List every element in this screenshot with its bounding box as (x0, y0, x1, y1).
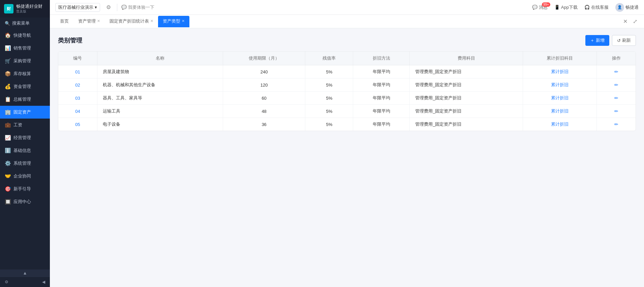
topbar-divider (117, 4, 117, 11)
cell-method: 年限平均 (353, 65, 410, 78)
sidebar-item-zhangzhang[interactable]: 📋 总账管理 (0, 93, 50, 106)
sidebar-item-xiaoshou[interactable]: 📊 销售管理 (0, 42, 50, 55)
refresh-button-label: 刷新 (622, 37, 631, 43)
cell-action[interactable]: ✏ (597, 105, 636, 118)
sidebar-item-gudingzichan[interactable]: 🏢 固定资产 (0, 106, 50, 119)
close-tab-btn[interactable]: ✕ (622, 18, 629, 25)
cell-id: 03 (58, 92, 97, 105)
cell-method: 年限平均 (353, 118, 410, 131)
customer-service-label: 在线客服 (591, 4, 609, 10)
cell-period: 60 (223, 92, 305, 105)
sidebar-item-label: 基础信息 (13, 148, 31, 154)
sidebar-item-kuaijie[interactable]: 🏠 快捷导航 (0, 29, 50, 42)
edit-icon[interactable]: ✏ (614, 95, 618, 101)
customer-service-btn[interactable]: 🎧 在线客服 (584, 4, 609, 10)
table-row: 03 器具、工具、家具等 60 5% 年限平均 管理费用_固定资产折旧 累计折旧… (58, 92, 636, 105)
experience-btn[interactable]: 💬 我要体验一下 (121, 4, 154, 10)
chevron-down-icon: ▾ (95, 5, 97, 10)
collapse-icon[interactable]: ◀ (42, 280, 45, 284)
cell-residual: 5% (305, 65, 353, 78)
refresh-button[interactable]: ↺ 刷新 (612, 35, 636, 46)
sidebar-scroll-up[interactable]: ▲ (0, 269, 50, 277)
tab-asset-mgmt[interactable]: 资产管理 ✕ (73, 15, 105, 28)
tab-asset-type-close[interactable]: ✕ (182, 19, 185, 23)
sidebar-item-yingyong[interactable]: 🔲 应用中心 (0, 195, 50, 208)
avatar: 👤 (615, 3, 624, 12)
tab-depreciation-table-label: 固定资产折旧统计表 (110, 18, 149, 24)
table-row: 04 运输工具 48 5% 年限平均 管理费用_固定资产折旧 累计折旧 ✏ (58, 105, 636, 118)
new-button[interactable]: ＋ 新增 (585, 35, 609, 46)
table-header-row: 编号 名称 使用期限（月） 残值率 折旧方法 费用科目 累计折旧科目 操作 (58, 52, 636, 65)
sidebar-subtitle: 普及版 (16, 9, 42, 14)
cell-acc-subject: 累计折旧 (523, 78, 597, 92)
cell-cost-subject: 管理费用_固定资产折旧 (410, 65, 523, 78)
cell-residual: 5% (305, 105, 353, 118)
sidebar-item-caigou[interactable]: 🛒 采购管理 (0, 55, 50, 67)
sidebar-item-qiye[interactable]: 🤝 企业协同 (0, 170, 50, 183)
cell-cost-subject: 管理费用_固定资产折旧 (410, 78, 523, 92)
edit-icon[interactable]: ✏ (614, 122, 618, 127)
cell-residual: 5% (305, 78, 353, 92)
cell-acc-subject: 累计折旧 (523, 92, 597, 105)
app-download-btn[interactable]: 📱 App下载 (554, 4, 578, 10)
content-actions: ＋ 新增 ↺ 刷新 (585, 35, 636, 46)
user-name: 畅捷通 (625, 4, 639, 10)
tab-asset-type[interactable]: 资产类型 ✕ (158, 16, 189, 27)
cell-cost-subject: 管理费用_固定资产折旧 (410, 118, 523, 131)
appstore-icon: 🔲 (5, 199, 11, 205)
sidebar-search[interactable]: 🔍 搜索菜单 (0, 18, 50, 29)
sidebar-item-zijin[interactable]: 💰 资金管理 (0, 80, 50, 93)
mobile-icon: 📱 (554, 5, 560, 10)
cell-id: 02 (58, 78, 97, 92)
cell-action[interactable]: ✏ (597, 118, 636, 131)
tab-home[interactable]: 首页 (55, 15, 73, 28)
col-action: 操作 (597, 52, 636, 65)
tab-depreciation-table[interactable]: 固定资产折旧统计表 ✕ (105, 15, 158, 28)
sidebar-item-jichu[interactable]: ℹ️ 基础信息 (0, 144, 50, 157)
cell-action[interactable]: ✏ (597, 78, 636, 92)
sidebar-item-kucun[interactable]: 📦 库存核算 (0, 67, 50, 80)
topbar-gear-icon[interactable]: ⚙ (104, 3, 113, 11)
cell-period: 120 (223, 78, 305, 92)
chat-icon: 💬 (121, 5, 127, 10)
edit-icon[interactable]: ✏ (614, 108, 618, 114)
sidebar-item-label: 工资 (13, 122, 22, 128)
company-selector[interactable]: 医疗器械行业演示 ▾ (55, 3, 100, 12)
sidebar-item-xinshou[interactable]: 🎯 新手引导 (0, 183, 50, 195)
cell-action[interactable]: ✏ (597, 65, 636, 78)
sidebar-item-label: 采购管理 (13, 58, 31, 64)
tab-asset-type-label: 资产类型 (163, 18, 180, 24)
collab-icon: 🤝 (5, 173, 11, 179)
topbar-right: 💬 消息 99+ 📱 App下载 🎧 在线客服 👤 畅捷通 (532, 3, 639, 12)
tab-asset-mgmt-close[interactable]: ✕ (97, 19, 100, 23)
edit-icon[interactable]: ✏ (614, 69, 618, 74)
cell-period: 36 (223, 118, 305, 131)
app-download-label: App下载 (561, 4, 578, 10)
expand-tab-btn[interactable]: ⤢ (632, 18, 639, 25)
tab-depreciation-close[interactable]: ✕ (150, 19, 153, 23)
sidebar-item-label: 库存核算 (13, 71, 31, 77)
cell-cost-subject: 管理费用_固定资产折旧 (410, 92, 523, 105)
edit-icon[interactable]: ✏ (614, 82, 618, 88)
message-btn[interactable]: 💬 消息 99+ (532, 4, 548, 10)
cell-id: 05 (58, 118, 97, 131)
sidebar-footer: ⚙ ◀ (0, 277, 50, 287)
cell-id: 01 (58, 65, 97, 78)
sidebar-search-label: 搜索菜单 (12, 20, 30, 26)
cell-action[interactable]: ✏ (597, 92, 636, 105)
sidebar-item-label: 应用中心 (13, 199, 31, 205)
settings-icon[interactable]: ⚙ (5, 280, 8, 284)
tabs-bar: 首页 资产管理 ✕ 固定资产折旧统计表 ✕ 资产类型 ✕ ✕ ⤢ (50, 15, 644, 28)
cell-method: 年限平均 (353, 78, 410, 92)
sidebar-item-xitong[interactable]: ⚙️ 系统管理 (0, 157, 50, 170)
message-badge: 99+ (542, 2, 550, 7)
sidebar-item-label: 企业协同 (13, 173, 31, 179)
company-name: 医疗器械行业演示 (58, 4, 93, 10)
sidebar-item-jingying[interactable]: 📈 经营管理 (0, 131, 50, 144)
sidebar-item-gongzi[interactable]: 💼 工资 (0, 119, 50, 131)
sidebar-item-label: 经营管理 (13, 135, 31, 141)
col-period: 使用期限（月） (223, 52, 305, 65)
home-icon: 🏠 (5, 32, 11, 38)
sidebar: 财 畅捷通好业财 普及版 🔍 搜索菜单 🏠 快捷导航 📊 销售管理 🛒 采购管理… (0, 0, 50, 287)
user-profile-btn[interactable]: 👤 畅捷通 (615, 3, 639, 12)
